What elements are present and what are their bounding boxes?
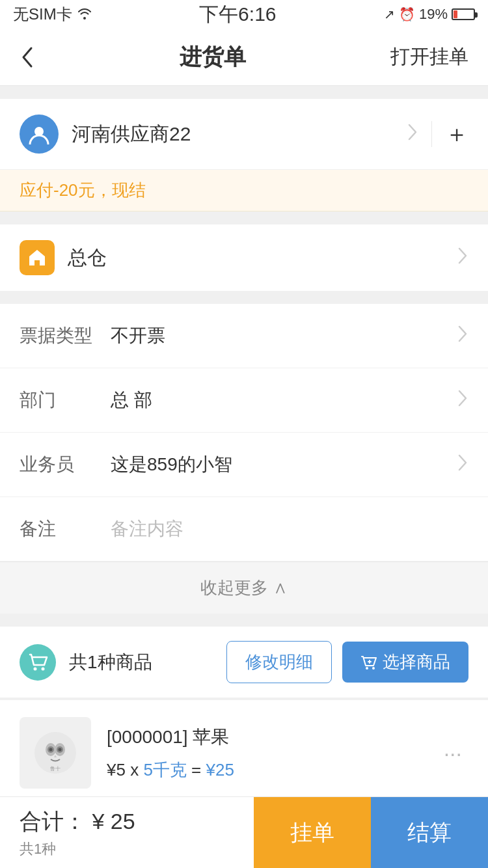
product-thumbnail: 鲁十: [20, 717, 91, 789]
alarm-icon: ⏰: [399, 7, 415, 22]
svg-point-4: [372, 667, 375, 670]
open-suspend-button[interactable]: 打开挂单: [390, 44, 468, 70]
wifi-icon: [77, 5, 92, 23]
product-price-row: ¥5 x 5千克 = ¥25: [107, 759, 437, 781]
supplier-chevron: [407, 122, 418, 146]
invoice-label: 票据类型: [20, 323, 111, 348]
invoice-value: 不开票: [111, 323, 457, 348]
sales-row[interactable]: 业务员 这是859的小智: [0, 433, 488, 497]
carrier-label: 无SIM卡: [13, 4, 72, 25]
warehouse-name: 总仓: [68, 245, 457, 271]
form-section: 票据类型 不开票 部门 总 部 业务员 这是859的小智: [0, 304, 488, 614]
svg-point-3: [366, 667, 368, 670]
battery-percent: 19%: [419, 6, 448, 23]
collapse-bar[interactable]: 收起更多 ∧: [0, 562, 488, 614]
invoice-chevron: [457, 324, 468, 348]
supplier-name: 河南供应商22: [72, 121, 407, 148]
remark-label: 备注: [20, 517, 111, 541]
section-gap-2: [0, 211, 488, 224]
section-gap-1: [0, 86, 488, 99]
status-right: ↗ ⏰ 19%: [384, 6, 475, 23]
back-button[interactable]: [20, 44, 35, 70]
footer-total: 合计： ¥ 25 共1种: [0, 807, 254, 859]
svg-text:鲁十: 鲁十: [50, 766, 61, 772]
checkout-button[interactable]: 结算: [371, 797, 488, 869]
total-label: 合计：: [20, 809, 86, 834]
nav-bar: 进货单 打开挂单: [0, 29, 488, 86]
section-gap-3: [0, 291, 488, 304]
warehouse-row[interactable]: 总仓: [0, 224, 488, 291]
supplier-section: 河南供应商22 ＋ 应付-20元，现结: [0, 99, 488, 211]
department-value: 总 部: [111, 388, 457, 413]
product-name: [0000001] 苹果: [107, 725, 437, 750]
page-content: 河南供应商22 ＋ 应付-20元，现结 总仓: [0, 86, 488, 868]
collapse-label: 收起更多 ∧: [200, 576, 287, 599]
sales-label: 业务员: [20, 452, 111, 477]
status-left: 无SIM卡: [13, 4, 92, 25]
battery-icon: [452, 8, 475, 20]
svg-point-1: [34, 667, 37, 670]
cart-icon: [20, 644, 56, 681]
status-bar: 无SIM卡 下午6:16 ↗ ⏰ 19%: [0, 0, 488, 29]
product-info: [0000001] 苹果 ¥5 x 5千克 = ¥25: [107, 725, 437, 781]
sales-value: 这是859的小智: [111, 452, 457, 477]
total-value: ¥ 25: [92, 809, 135, 834]
product-more-button[interactable]: ···: [437, 740, 468, 766]
svg-point-10: [49, 748, 53, 752]
select-product-button[interactable]: 选择商品: [342, 642, 468, 683]
total-count: 共1种: [20, 839, 234, 859]
warehouse-chevron: [457, 246, 468, 270]
invoice-row[interactable]: 票据类型 不开票: [0, 304, 488, 368]
footer: 合计： ¥ 25 共1种 挂单 结算: [0, 796, 488, 868]
divider: [431, 121, 432, 147]
sales-chevron: [457, 453, 468, 477]
department-label: 部门: [20, 388, 111, 413]
select-product-label: 选择商品: [383, 651, 450, 673]
product-code: [0000001]: [107, 727, 188, 747]
edit-detail-button[interactable]: 修改明细: [226, 641, 332, 683]
total-price: ¥25: [206, 760, 234, 780]
product-item: 鲁十 [0000001] 苹果 ¥5 x 5千克 = ¥25 ···: [0, 699, 488, 806]
unit-price: ¥5: [107, 760, 126, 780]
department-chevron: [457, 388, 468, 413]
page-title: 进货单: [180, 42, 246, 72]
remark-row[interactable]: 备注 备注内容: [0, 497, 488, 562]
status-time: 下午6:16: [199, 1, 276, 28]
suspend-button[interactable]: 挂单: [254, 797, 371, 869]
remark-value: 备注内容: [111, 517, 468, 541]
quantity: 5千克: [143, 760, 186, 780]
product-header: 共1种商品 修改明细 选择商品: [0, 627, 488, 698]
total-amount: 合计： ¥ 25: [20, 807, 234, 837]
supplier-notice: 应付-20元，现结: [0, 170, 488, 211]
svg-point-11: [59, 748, 62, 752]
avatar: [20, 115, 59, 154]
location-icon: ↗: [384, 7, 395, 22]
supplier-row[interactable]: 河南供应商22 ＋: [0, 99, 488, 170]
add-supplier-button[interactable]: ＋: [445, 118, 468, 150]
warehouse-icon: [20, 240, 55, 275]
warehouse-section: 总仓: [0, 224, 488, 291]
department-row[interactable]: 部门 总 部: [0, 368, 488, 433]
product-count: 共1种商品: [69, 650, 226, 675]
svg-point-2: [42, 667, 45, 670]
